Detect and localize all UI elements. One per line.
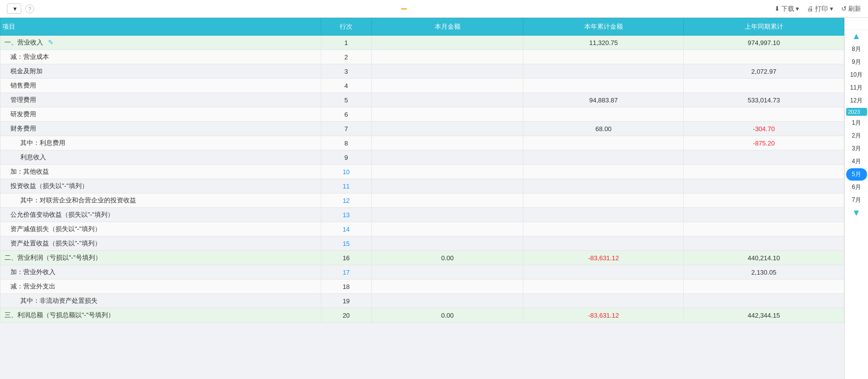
row-num-cell: 18	[321, 280, 371, 294]
year-total-cell	[523, 136, 684, 150]
table-row[interactable]: 其中：对联营企业和合营企业的投资收益12	[0, 193, 844, 208]
item-cell: 税金及附加	[0, 64, 321, 79]
sidebar-month-item[interactable]: 9月	[846, 56, 867, 68]
row-num-cell[interactable]: 14	[321, 222, 371, 237]
sidebar-month-item[interactable]: 1月	[846, 117, 867, 129]
header-month: 本月金额	[371, 18, 523, 36]
top-bar-left: ▾ ?	[7, 3, 34, 14]
sidebar-month-item[interactable]: 4月	[846, 155, 867, 168]
item-cell: 利息收入	[0, 150, 321, 165]
year-total-cell	[523, 150, 684, 165]
row-num-cell[interactable]: 13	[321, 208, 371, 222]
table-row[interactable]: 资产减值损失（损失以"-"填列）14	[0, 222, 844, 237]
download-button[interactable]: ⬇ 下载 ▾	[774, 4, 800, 13]
month-value-cell	[371, 122, 523, 136]
item-cell: 加：营业外收入	[0, 265, 321, 280]
sidebar-month-item[interactable]: 10月	[846, 69, 867, 81]
month-value-cell	[371, 79, 523, 93]
prev-year-cell: 2,072.97	[684, 64, 844, 79]
table-row[interactable]: 财务费用768.00-304.70	[0, 122, 844, 136]
row-num-cell[interactable]: 11	[321, 179, 371, 193]
table-row[interactable]: 销售费用4	[0, 79, 844, 93]
year-total-cell	[523, 193, 684, 208]
item-cell: 三、利润总额（亏损总额以"-"号填列）	[0, 308, 321, 323]
month-value-cell: 0.00	[371, 308, 523, 323]
table-row[interactable]: 其中：利息费用8-875.20	[0, 136, 844, 150]
prev-year-cell	[684, 208, 844, 222]
page-title-area	[393, 8, 407, 9]
sidebar-month-item[interactable]: 3月	[846, 142, 867, 155]
scope-dropdown[interactable]: ▾	[7, 3, 21, 14]
sidebar-month-item[interactable]: 2月	[846, 130, 867, 142]
year-total-cell: -83,631.12	[523, 251, 684, 265]
sidebar-month-item[interactable]: 11月	[846, 82, 867, 94]
table-row[interactable]: 三、利润总额（亏损总额以"-"号填列）200.00-83,631.12442,3…	[0, 308, 844, 323]
row-num-cell[interactable]: 17	[321, 265, 371, 280]
year-total-cell	[523, 50, 684, 64]
sidebar-month-item[interactable]: 8月	[846, 43, 867, 55]
row-num-cell: 19	[321, 294, 371, 308]
month-value-cell	[371, 93, 523, 107]
row-num-cell: 8	[321, 136, 371, 150]
nav-down[interactable]: ▼	[851, 207, 862, 219]
row-num-cell: 16	[321, 251, 371, 265]
row-num-cell: 6	[321, 107, 371, 122]
table-row[interactable]: 二、营业利润（亏损以"-"号填列）160.00-83,631.12440,214…	[0, 251, 844, 265]
sidebar-month-item[interactable]: 5月	[846, 168, 867, 181]
table-area[interactable]: 项目 行次 本月金额 本年累计金额 上年同期累计 一、营业收入 ✎111,320…	[0, 18, 844, 379]
month-value-cell	[371, 237, 523, 251]
row-num-cell: 1	[321, 36, 371, 50]
sidebar-month-item[interactable]: 6月	[846, 181, 867, 193]
year-total-cell	[523, 165, 684, 179]
table-row[interactable]: 减：营业成本2	[0, 50, 844, 64]
month-value-cell	[371, 222, 523, 237]
table-row[interactable]: 利息收入9	[0, 150, 844, 165]
header-year: 本年累计金额	[523, 18, 684, 36]
row-num-cell[interactable]: 12	[321, 193, 371, 208]
item-cell: 一、营业收入 ✎	[0, 36, 321, 50]
table-row[interactable]: 加：营业外收入172,130.05	[0, 265, 844, 280]
nav-up[interactable]: ▲	[851, 30, 862, 43]
prev-year-cell	[684, 280, 844, 294]
table-row[interactable]: 研发费用6	[0, 107, 844, 122]
row-num-cell[interactable]: 15	[321, 237, 371, 251]
help-icon[interactable]: ?	[25, 4, 34, 13]
year-total-cell	[523, 265, 684, 280]
print-icon: 🖨	[807, 5, 814, 12]
main-container: ▾ ? ⬇ 下载 ▾ 🖨 打印 ▾ ↺ 刷新	[0, 0, 868, 379]
month-value-cell	[371, 179, 523, 193]
table-row[interactable]: 管理费用594,883.87533,014.73	[0, 93, 844, 107]
prev-year-cell	[684, 79, 844, 93]
header-prev: 上年同期累计	[684, 18, 844, 36]
prev-year-cell	[684, 294, 844, 308]
table-row[interactable]: 投资收益（损失以"-"填列）11	[0, 179, 844, 193]
table-row[interactable]: 一、营业收入 ✎111,320.75974,997.10	[0, 36, 844, 50]
table-row[interactable]: 资产处置收益（损失以"-"填列）15	[0, 237, 844, 251]
sidebar-month-item[interactable]: 2023	[846, 108, 867, 116]
print-button[interactable]: 🖨 打印 ▾	[807, 4, 833, 13]
item-cell: 管理费用	[0, 93, 321, 107]
month-value-cell	[371, 150, 523, 165]
sidebar-month-item[interactable]: 12月	[846, 95, 867, 107]
table-row[interactable]: 税金及附加32,072.97	[0, 64, 844, 79]
item-cell: 加：其他收益	[0, 165, 321, 179]
item-cell: 研发费用	[0, 107, 321, 122]
refresh-button[interactable]: ↺ 刷新	[841, 4, 861, 13]
month-value-cell	[371, 193, 523, 208]
table-row[interactable]: 公允价值变动收益（损失以"-"填列）13	[0, 208, 844, 222]
download-icon: ⬇	[774, 5, 780, 12]
table-row[interactable]: 减：营业外支出18	[0, 280, 844, 294]
item-cell: 二、营业利润（亏损以"-"号填列）	[0, 251, 321, 265]
month-value-cell	[371, 208, 523, 222]
right-sidebar: ▲ 8月9月10月11月12月20231月2月3月4月5月6月7月 ▼	[844, 18, 868, 379]
table-row[interactable]: 加：其他收益10	[0, 165, 844, 179]
item-cell: 资产减值损失（损失以"-"填列）	[0, 222, 321, 237]
prev-year-cell: 974,997.10	[684, 36, 844, 50]
prev-year-cell: -875.20	[684, 136, 844, 150]
table-row[interactable]: 其中：非流动资产处置损失19	[0, 294, 844, 308]
sidebar-month-item[interactable]: 7月	[846, 194, 867, 206]
year-total-cell	[523, 64, 684, 79]
header-item: 项目	[0, 18, 321, 36]
edit-icon[interactable]: ✎	[46, 39, 53, 46]
row-num-cell[interactable]: 10	[321, 165, 371, 179]
